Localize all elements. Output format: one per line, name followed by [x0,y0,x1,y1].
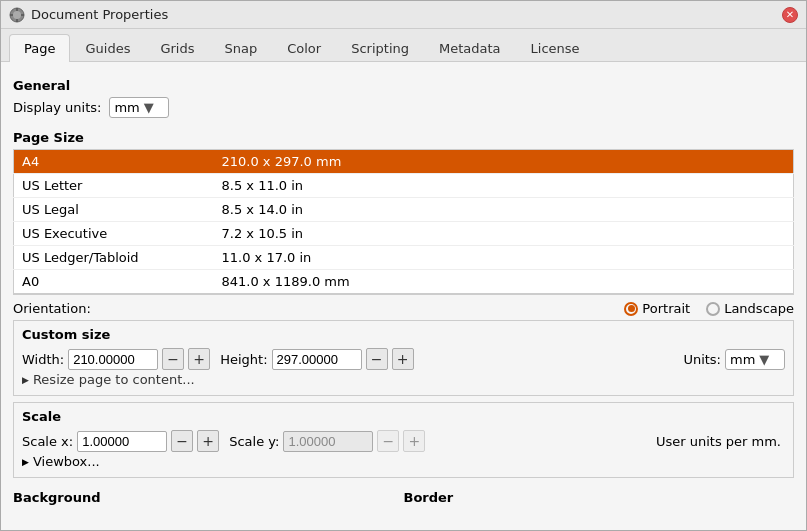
resize-link[interactable]: Resize page to content... [22,370,785,389]
height-group: Height: − + [220,348,413,370]
page-name: US Executive [14,222,214,246]
page-name: US Ledger/Tabloid [14,246,214,270]
general-row: Display units: mm ▼ [13,97,794,118]
page-dimensions: 11.0 x 17.0 in [214,246,794,270]
units-select[interactable]: mm ▼ [725,349,785,370]
height-input[interactable] [272,349,362,370]
close-button[interactable]: ✕ [782,7,798,23]
user-units-label: User units per mm. [656,434,785,449]
tab-grids[interactable]: Grids [145,34,209,62]
scale-y-group: Scale y: − + [229,430,425,452]
page-size-section: Page Size A4 210.0 x 297.0 mm US Letter … [13,130,794,294]
page-name: US Letter [14,174,214,198]
page-size-heading: Page Size [13,130,794,145]
border-label: Border [404,490,795,505]
orientation-row: Orientation: Portrait Landscape [13,294,794,320]
display-units-arrow: ▼ [144,100,154,115]
window-title: Document Properties [31,7,776,22]
scale-y-increment-button: + [403,430,425,452]
scale-section: Scale Scale x: − + Scale y: − + User uni… [13,402,794,478]
table-row[interactable]: US Ledger/Tabloid 11.0 x 17.0 in [14,246,794,270]
page-dimensions: 841.0 x 1189.0 mm [214,270,794,294]
page-dimensions: 7.2 x 10.5 in [214,222,794,246]
page-size-table: A4 210.0 x 297.0 mm US Letter 8.5 x 11.0… [13,149,794,294]
display-units-value: mm [114,100,139,115]
scale-row: Scale x: − + Scale y: − + User units per… [22,430,785,452]
display-units-label: Display units: [13,100,101,115]
page-name: A4 [14,150,214,174]
height-decrement-button[interactable]: − [366,348,388,370]
portrait-label: Portrait [642,301,690,316]
scale-x-label: Scale x: [22,434,73,449]
width-group: Width: − + [22,348,210,370]
scale-y-input [283,431,373,452]
units-label: Units: [683,352,721,367]
page-dimensions: 210.0 x 297.0 mm [214,150,794,174]
display-units-select[interactable]: mm ▼ [109,97,169,118]
general-heading: General [13,78,794,93]
table-row[interactable]: US Legal 8.5 x 14.0 in [14,198,794,222]
tab-metadata[interactable]: Metadata [424,34,516,62]
tab-page[interactable]: Page [9,34,70,62]
height-label: Height: [220,352,267,367]
table-row[interactable]: A0 841.0 x 1189.0 mm [14,270,794,294]
title-bar: Document Properties ✕ [1,1,806,29]
tab-scripting[interactable]: Scripting [336,34,424,62]
width-input[interactable] [68,349,158,370]
tab-license[interactable]: License [516,34,595,62]
orientation-options: Portrait Landscape [624,301,794,316]
svg-point-1 [13,11,21,19]
table-row[interactable]: A4 210.0 x 297.0 mm [14,150,794,174]
scale-x-increment-button[interactable]: + [197,430,219,452]
background-label: Background [13,490,404,505]
page-content: General Display units: mm ▼ Page Size A4… [1,62,806,530]
custom-size-section: Custom size Width: − + Height: − + Units… [13,320,794,396]
tab-color[interactable]: Color [272,34,336,62]
portrait-option[interactable]: Portrait [624,301,690,316]
height-increment-button[interactable]: + [392,348,414,370]
portrait-radio[interactable] [624,302,638,316]
units-group: Units: mm ▼ [683,349,785,370]
custom-size-title: Custom size [22,327,785,342]
width-decrement-button[interactable]: − [162,348,184,370]
width-label: Width: [22,352,64,367]
page-name: A0 [14,270,214,294]
tab-guides[interactable]: Guides [70,34,145,62]
scale-title: Scale [22,409,785,424]
page-dimensions: 8.5 x 14.0 in [214,198,794,222]
table-row[interactable]: US Letter 8.5 x 11.0 in [14,174,794,198]
page-dimensions: 8.5 x 11.0 in [214,174,794,198]
landscape-radio[interactable] [706,302,720,316]
width-increment-button[interactable]: + [188,348,210,370]
scale-x-input[interactable] [77,431,167,452]
scale-x-group: Scale x: − + [22,430,219,452]
scale-x-decrement-button[interactable]: − [171,430,193,452]
app-icon [9,7,25,23]
landscape-option[interactable]: Landscape [706,301,794,316]
scale-y-decrement-button: − [377,430,399,452]
bottom-labels: Background Border [13,484,794,505]
custom-size-row: Width: − + Height: − + Units: mm ▼ [22,348,785,370]
page-name: US Legal [14,198,214,222]
tab-bar: Page Guides Grids Snap Color Scripting M… [1,29,806,62]
table-row[interactable]: US Executive 7.2 x 10.5 in [14,222,794,246]
viewbox-link[interactable]: Viewbox... [22,452,785,471]
scale-y-label: Scale y: [229,434,279,449]
units-arrow: ▼ [759,352,769,367]
tab-snap[interactable]: Snap [210,34,273,62]
document-properties-window: Document Properties ✕ Page Guides Grids … [0,0,807,531]
landscape-label: Landscape [724,301,794,316]
orientation-label: Orientation: [13,301,624,316]
units-value: mm [730,352,755,367]
